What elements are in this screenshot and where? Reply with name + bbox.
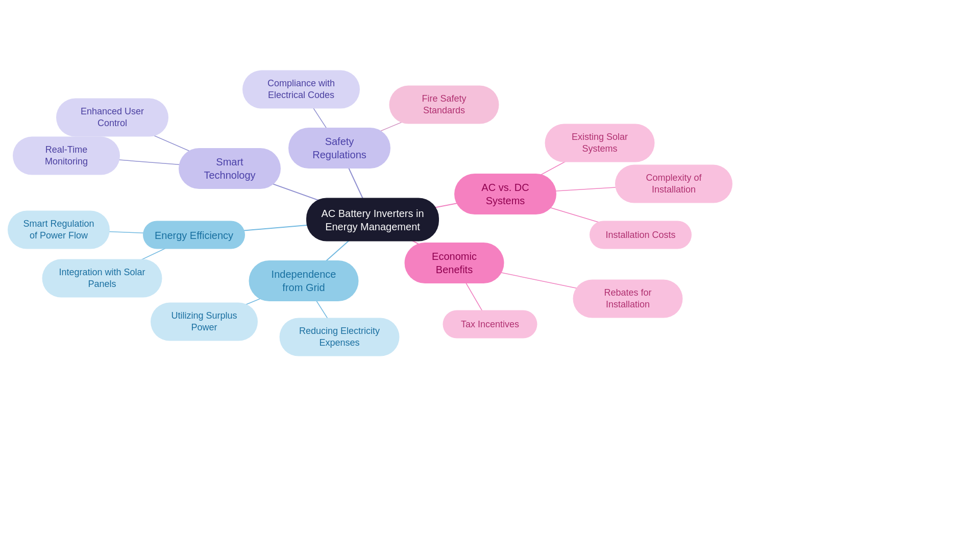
integration-solar-panels-node: Integration with Solar Panels [42, 259, 162, 298]
reducing-electricity-node: Reducing Electricity Expenses [280, 318, 400, 356]
safety-regulations-node: Safety Regulations [288, 128, 390, 169]
economic-benefits-node: Economic Benefits [405, 243, 504, 283]
rebates-installation-node: Rebates for Installation [573, 280, 683, 318]
real-time-monitoring-node: Real-Time Monitoring [13, 137, 120, 175]
enhanced-user-control-node: Enhanced User Control [56, 99, 168, 137]
ac-dc-systems-node: AC vs. DC Systems [454, 174, 556, 214]
independence-grid-node: Independence from Grid [249, 260, 359, 301]
center-node: AC Battery Inverters in Energy Managemen… [306, 198, 439, 242]
compliance-electrical-codes-node: Compliance with Electrical Codes [242, 70, 360, 109]
smart-regulation-node: Smart Regulation of Power Flow [8, 211, 110, 249]
complexity-installation-node: Complexity of Installation [615, 165, 732, 203]
tax-incentives-node: Tax Incentives [443, 310, 537, 339]
smart-technology-node: Smart Technology [179, 148, 281, 189]
installation-costs-node: Installation Costs [590, 221, 692, 249]
fire-safety-standards-node: Fire Safety Standards [389, 86, 499, 124]
energy-efficiency-node: Energy Efficiency [143, 221, 245, 249]
existing-solar-systems-node: Existing Solar Systems [545, 124, 655, 162]
utilizing-surplus-power-node: Utilizing Surplus Power [151, 303, 258, 341]
